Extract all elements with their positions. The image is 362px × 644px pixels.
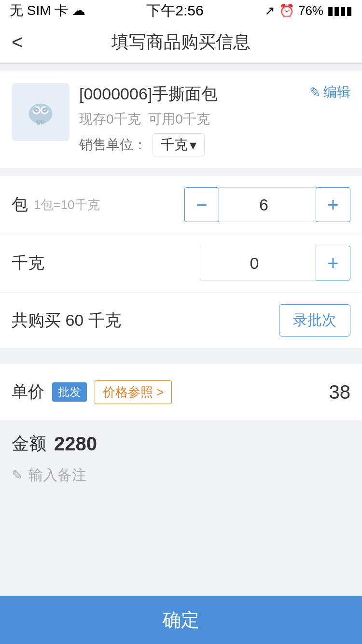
battery-level: 76% (298, 3, 323, 18)
remark-row[interactable]: ✎ 输入备注 (12, 465, 350, 485)
product-unit-row: 销售单位： 千克 ▾ (79, 133, 350, 156)
kg-label: 千克 (12, 252, 44, 274)
confirm-bar[interactable]: 确定 (0, 596, 362, 644)
svg-point-5 (36, 109, 38, 111)
price-ref-button[interactable]: 价格参照 > (95, 380, 172, 404)
bao-increment-button[interactable]: + (316, 187, 350, 222)
kg-input-row: 千克 + (0, 234, 362, 293)
dropdown-icon: ▾ (190, 137, 196, 153)
unit-select[interactable]: 千克 ▾ (153, 133, 205, 156)
product-card: 智计 [0000006]手撕面包 现存0千克 可用0千克 销售单位： 千克 ▾ … (0, 71, 362, 168)
edit-button[interactable]: ✎ 编辑 (309, 83, 350, 101)
kg-input[interactable] (200, 246, 316, 280)
edit-icon: ✎ (309, 84, 320, 100)
total-text: 共购买 60 千克 (12, 309, 121, 332)
amount-row: 金额 2280 (12, 432, 350, 456)
separator-1 (0, 168, 362, 176)
bao-input[interactable] (219, 187, 316, 222)
remark-input[interactable]: 输入备注 (28, 465, 86, 485)
bao-decrement-button[interactable]: − (184, 187, 219, 222)
batch-tag: 批发 (52, 382, 87, 402)
bao-controls: − + (184, 187, 350, 222)
back-button[interactable]: < (12, 31, 23, 53)
batch-button[interactable]: 录批次 (279, 304, 350, 336)
bao-hint: 1包=10千克 (34, 196, 184, 213)
price-section: 单价 批发 价格参照 > 38 (0, 364, 362, 420)
nav-bar: < 填写商品购买信息 (0, 21, 362, 64)
svg-text:智计: 智计 (35, 120, 46, 125)
input-section: 包 1包=10千克 − + 千克 + (0, 176, 362, 293)
unit-label: 销售单位： (79, 136, 147, 154)
kg-controls: + (200, 246, 350, 280)
price-row: 单价 批发 价格参照 > 38 (12, 375, 350, 409)
product-image-icon: 智计 (24, 95, 57, 129)
bao-label: 包 (12, 194, 28, 216)
total-row: 共购买 60 千克 录批次 (0, 293, 362, 348)
amount-label: 金额 (12, 432, 46, 456)
kg-increment-button[interactable]: + (316, 246, 350, 280)
battery-icon: ▮▮▮▮ (327, 4, 352, 17)
status-right: ↗ ⏰ 76% ▮▮▮▮ (265, 3, 352, 18)
pencil-icon: ✎ (12, 467, 23, 483)
amount-section: 金额 2280 ✎ 输入备注 (0, 420, 362, 497)
separator-2 (0, 348, 362, 356)
amount-value: 2280 (54, 433, 97, 455)
price-left: 单价 批发 价格参照 > (12, 380, 172, 404)
alarm-icon: ⏰ (279, 3, 294, 18)
price-label: 单价 (12, 381, 44, 403)
product-stock: 现存0千克 可用0千克 (79, 110, 350, 128)
product-thumbnail: 智计 (12, 83, 70, 141)
location-icon: ↗ (265, 3, 275, 18)
status-left: 无 SIM 卡 ☁ (10, 1, 85, 20)
confirm-button[interactable]: 确定 (163, 608, 199, 632)
status-time: 下午2:56 (146, 1, 203, 21)
bao-input-row: 包 1包=10千克 − + (0, 176, 362, 234)
svg-point-6 (43, 109, 45, 111)
page-title: 填写商品购买信息 (111, 30, 251, 54)
status-signal: 无 SIM 卡 ☁ (10, 1, 85, 20)
status-bar: 无 SIM 卡 ☁ 下午2:56 ↗ ⏰ 76% ▮▮▮▮ (0, 0, 362, 21)
price-value: 38 (329, 381, 351, 403)
